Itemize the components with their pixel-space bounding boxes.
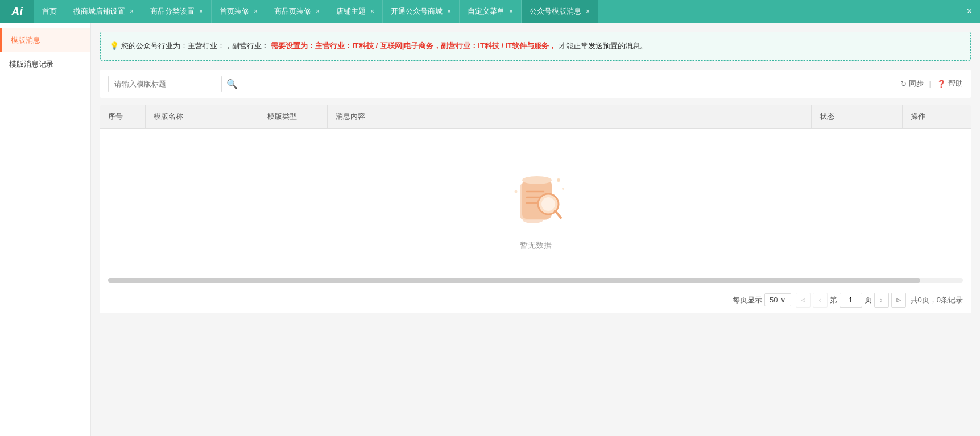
sync-button[interactable]: ↻ 同步 (900, 78, 924, 89)
app-logo: Ai (0, 0, 34, 23)
help-label: 帮助 (948, 78, 963, 89)
nav-tab-product-category-close[interactable]: × (199, 7, 203, 15)
nav-tab-wechat-template-msg-label: 公众号模版消息 (530, 6, 581, 16)
nav-tab-product-page-decor-label: 商品页装修 (274, 6, 311, 16)
close-all-tabs-button[interactable]: × (959, 6, 980, 16)
nav-tab-open-wechat-shop[interactable]: 开通公众号商城 × (383, 0, 460, 23)
sync-icon: ↻ (900, 80, 907, 88)
pagination: 每页显示 50 ∨ ⊲ ‹ 第 页 › ⊳ 共0页，0条记录 (100, 287, 971, 313)
first-page-button[interactable]: ⊲ (796, 293, 811, 308)
col-header-status: 状态 (812, 105, 903, 128)
page-label-after: 页 (865, 295, 872, 305)
search-area: 🔍 ↻ 同步 | ❓ 帮助 (100, 70, 971, 98)
notice-icon: 💡 (110, 41, 119, 50)
nav-tab-wechat-template-msg[interactable]: 公众号模版消息 × (522, 0, 598, 23)
page-size-label: 每页显示 (733, 295, 762, 305)
page-size-select: 每页显示 50 ∨ (733, 293, 791, 306)
svg-point-10 (557, 178, 560, 182)
help-icon: ❓ (937, 80, 946, 88)
scrollbar-thumb[interactable] (108, 278, 920, 283)
search-left: 🔍 (108, 76, 238, 92)
nav-tab-custom-menu-label: 自定义菜单 (468, 6, 505, 16)
col-header-name: 模版名称 (146, 105, 259, 128)
page-size-value: 50 (770, 296, 778, 304)
template-table: 序号 模版名称 模版类型 消息内容 状态 操作 (100, 105, 971, 313)
col-header-content: 消息内容 (328, 105, 812, 128)
notice-banner: 💡 您的公众号行业为：主营行业：，副营行业： 需要设置为：主营行业：IT科技 /… (100, 32, 971, 61)
col-header-action: 操作 (903, 105, 971, 128)
nav-tab-open-wechat-shop-close[interactable]: × (447, 7, 451, 15)
nav-tab-micro-shop-close[interactable]: × (130, 7, 134, 15)
horizontal-scrollbar[interactable] (108, 278, 963, 283)
notice-text-after: 才能正常发送预置的消息。 (559, 41, 647, 50)
svg-point-8 (541, 197, 555, 211)
col-header-index: 序号 (100, 105, 146, 128)
nav-tab-shop-theme-label: 店铺主题 (336, 6, 366, 16)
page-label-before: 第 (830, 295, 837, 305)
nav-tab-micro-shop-label: 微商城店铺设置 (73, 6, 125, 16)
nav-tabs-container: 首页 微商城店铺设置 × 商品分类设置 × 首页装修 × 商品页装修 × 店铺主… (34, 0, 959, 23)
content-area: 💡 您的公众号行业为：主营行业：，副营行业： 需要设置为：主营行业：IT科技 /… (91, 23, 980, 436)
col-header-type: 模版类型 (259, 105, 328, 128)
svg-point-11 (562, 188, 564, 190)
notice-text-before: 您的公众号行业为：主营行业：，副营行业： (121, 41, 269, 50)
svg-point-12 (514, 190, 517, 193)
page-navigation: ⊲ ‹ 第 页 › ⊳ (796, 293, 906, 308)
sync-label: 同步 (909, 78, 924, 89)
nav-tab-homepage-decor-label: 首页装修 (220, 6, 249, 16)
svg-point-3 (522, 176, 552, 184)
nav-tab-custom-menu-close[interactable]: × (509, 7, 513, 15)
sidebar-item-template-msg-label: 模版消息 (11, 36, 40, 44)
nav-tab-homepage-decor[interactable]: 首页装修 × (212, 0, 266, 23)
page-size-dropdown[interactable]: 50 ∨ (764, 293, 791, 306)
main-layout: 模版消息 模版消息记录 💡 您的公众号行业为：主营行业：，副营行业： 需要设置为… (0, 23, 980, 436)
nav-tab-micro-shop[interactable]: 微商城店铺设置 × (65, 0, 142, 23)
total-info: 共0页，0条记录 (911, 295, 963, 305)
sidebar-item-template-msg-record[interactable]: 模版消息记录 (0, 52, 90, 76)
nav-tab-homepage-decor-close[interactable]: × (254, 7, 258, 15)
sidebar-item-template-msg[interactable]: 模版消息 (0, 28, 90, 52)
nav-tab-home[interactable]: 首页 (34, 0, 65, 23)
divider: | (929, 80, 931, 88)
last-page-button[interactable]: ⊳ (891, 293, 906, 308)
help-button[interactable]: ❓ 帮助 (937, 78, 963, 89)
nav-tab-home-label: 首页 (42, 6, 57, 16)
prev-page-button[interactable]: ‹ (813, 293, 828, 308)
svg-line-9 (555, 211, 561, 218)
page-number-input[interactable] (840, 293, 862, 308)
empty-state: 暂无数据 (100, 129, 971, 273)
nav-tab-product-page-decor-close[interactable]: × (316, 7, 320, 15)
nav-tab-open-wechat-shop-label: 开通公众号商城 (391, 6, 443, 16)
empty-text: 暂无数据 (520, 240, 552, 251)
search-right: ↻ 同步 | ❓ 帮助 (900, 78, 963, 89)
notice-highlight: 需要设置为：主营行业：IT科技 / 互联网|电子商务，副营行业：IT科技 / I… (271, 41, 556, 50)
table-header: 序号 模版名称 模版类型 消息内容 状态 操作 (100, 105, 971, 129)
nav-tab-product-category[interactable]: 商品分类设置 × (142, 0, 212, 23)
nav-tab-product-category-label: 商品分类设置 (150, 6, 195, 16)
sidebar: 模版消息 模版消息记录 (0, 23, 91, 436)
nav-tab-product-page-decor[interactable]: 商品页装修 × (266, 0, 328, 23)
next-page-button[interactable]: › (874, 293, 889, 308)
nav-tab-wechat-template-msg-close[interactable]: × (586, 7, 590, 15)
nav-tab-shop-theme-close[interactable]: × (370, 7, 374, 15)
nav-tab-custom-menu[interactable]: 自定义菜单 × (460, 0, 522, 23)
search-button[interactable]: 🔍 (226, 78, 238, 89)
search-input[interactable] (108, 76, 222, 92)
empty-state-icon (502, 163, 570, 231)
sidebar-item-template-msg-record-label: 模版消息记录 (9, 60, 53, 68)
top-navigation: Ai 首页 微商城店铺设置 × 商品分类设置 × 首页装修 × 商品页装修 × … (0, 0, 980, 23)
nav-tab-shop-theme[interactable]: 店铺主题 × (328, 0, 383, 23)
chevron-down-icon: ∨ (780, 296, 786, 304)
